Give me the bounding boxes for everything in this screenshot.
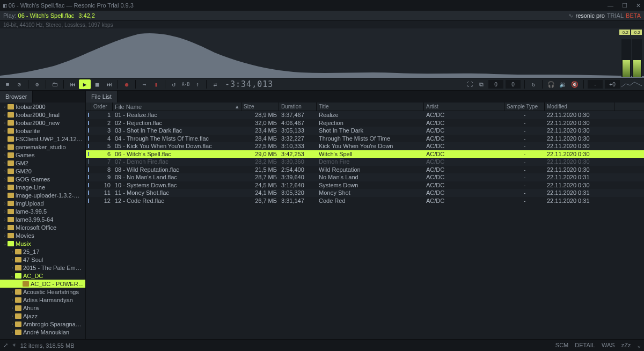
expand-toggle-icon[interactable]: › xyxy=(2,152,8,158)
repeat-button[interactable]: → xyxy=(139,79,150,89)
table-row[interactable]: 909 - No Man's Land.flac28,7 МБ3:39,640N… xyxy=(86,173,644,181)
time-mode-button[interactable]: ⇄ xyxy=(210,79,221,89)
expand-toggle-icon[interactable]: › xyxy=(2,233,8,238)
table-row[interactable]: 1212 - Code Red.flac26,7 МБ3:31,147Code … xyxy=(86,197,644,205)
col-order[interactable]: Order xyxy=(91,103,113,111)
minimize-button[interactable]: — xyxy=(608,2,613,9)
maximize-button[interactable]: ☐ xyxy=(622,2,627,9)
tree-item[interactable]: ⌄Musix xyxy=(0,239,85,247)
row-handle[interactable] xyxy=(86,175,91,179)
volume-mute-button[interactable]: 🔇 xyxy=(569,79,580,89)
close-button[interactable]: ✕ xyxy=(636,2,641,9)
col-artist[interactable]: Artist xyxy=(424,103,504,111)
table-row[interactable]: 808 - Wild Reputation.flac21,5 МБ2:54,40… xyxy=(86,166,644,174)
tree-item[interactable]: ›Ajazz xyxy=(0,312,85,320)
expand-toggle-icon[interactable]: ⌄ xyxy=(2,241,8,246)
tree-item[interactable]: ›Movies xyxy=(0,231,85,239)
sun-icon[interactable]: ☀ xyxy=(12,342,16,349)
tree-item[interactable]: ›Ambrogio Sparagna… xyxy=(0,320,85,328)
crop-button[interactable]: ⛶ xyxy=(464,79,475,89)
gain-b[interactable]: +0 xyxy=(605,80,620,89)
expand-toggle-icon[interactable]: › xyxy=(2,120,8,126)
undo-button[interactable]: ↺ xyxy=(169,79,179,89)
expand-toggle-icon[interactable]: › xyxy=(2,185,8,190)
row-handle[interactable] xyxy=(86,136,91,141)
waveform[interactable]: -0.2 -0.2 xyxy=(0,28,644,78)
refresh-button[interactable]: ↻ xyxy=(528,79,539,89)
num-b[interactable]: 0 xyxy=(506,80,521,89)
tree-item[interactable]: image-uploader-1.3.2-… xyxy=(0,191,85,199)
marker-button[interactable]: ▮ xyxy=(151,79,162,89)
tree-item[interactable]: ›André Manoukian xyxy=(0,328,85,336)
pin-button[interactable]: ⊙ xyxy=(14,79,25,89)
row-handle[interactable] xyxy=(86,121,91,125)
stop-button[interactable]: ■ xyxy=(92,79,103,89)
col-duration[interactable]: Duration xyxy=(279,103,317,111)
tree-item[interactable]: ›imgUpload xyxy=(0,199,85,207)
tree-item[interactable]: FSClient.UWP_1.24.12… xyxy=(0,135,85,143)
tab-browser[interactable]: Browser xyxy=(0,91,33,103)
expand-toggle-icon[interactable]: › xyxy=(10,305,15,311)
expand-toggle-icon[interactable]: › xyxy=(10,330,15,335)
tree-item[interactable]: ›lame3.99.5-64 xyxy=(0,215,85,223)
tree-item[interactable]: ›Image-Line xyxy=(0,183,85,191)
expand-toggle-icon[interactable]: › xyxy=(10,289,15,295)
record-button[interactable]: ● xyxy=(121,79,132,89)
folder-button[interactable]: 🗀 xyxy=(49,79,60,89)
expand-toggle-icon[interactable]: › xyxy=(2,201,8,206)
tree-item[interactable]: ›47 Soul xyxy=(0,255,85,264)
row-handle[interactable] xyxy=(86,159,91,164)
row-handle[interactable] xyxy=(86,113,91,117)
expand-toggle-icon[interactable]: › xyxy=(10,321,15,327)
expand-toggle-icon[interactable]: › xyxy=(2,169,8,174)
tree-item[interactable]: ›Acoustic Heartstrings xyxy=(0,288,85,296)
expand-toggle-icon[interactable]: › xyxy=(10,313,15,319)
expand-toggle-icon[interactable]: › xyxy=(10,265,15,270)
copy-button[interactable]: ⧉ xyxy=(476,79,487,89)
status-was[interactable]: WAS xyxy=(602,342,615,349)
status-detail[interactable]: DETAIL xyxy=(575,342,595,349)
col-sample-type[interactable]: Sample Type xyxy=(504,103,545,111)
table-row[interactable]: 606 - Witch's Spell.flac29,0 МБ3:42,253W… xyxy=(86,150,644,158)
tree-item[interactable]: ›foobarlite xyxy=(0,127,85,135)
col-size[interactable]: Size xyxy=(241,103,279,111)
tree-item[interactable]: AC_DC - POWER… xyxy=(0,280,85,288)
chevron-down-icon[interactable]: ⌄ xyxy=(637,342,641,349)
expand-toggle-icon[interactable]: › xyxy=(2,112,8,118)
col-filename[interactable]: File Name▴ xyxy=(113,103,241,111)
play-button[interactable]: ▶ xyxy=(79,79,91,89)
tree-item[interactable]: ›2015 - The Pale Em… xyxy=(0,264,85,272)
col-title[interactable]: Title xyxy=(317,103,424,111)
row-handle[interactable] xyxy=(86,167,91,172)
tree-item[interactable]: ⌄AC_DC xyxy=(0,272,85,280)
expand-toggle-icon[interactable]: › xyxy=(2,225,8,230)
headphones-button[interactable]: 🎧 xyxy=(546,79,557,89)
prev-button[interactable]: ⏮ xyxy=(67,79,78,89)
tree-item[interactable]: ›foobar2000_new xyxy=(0,119,85,127)
num-a[interactable]: 0 xyxy=(488,80,503,89)
ab-button[interactable]: A-B xyxy=(180,79,191,89)
table-row[interactable]: 1010 - Systems Down.flac24,5 МБ3:12,640S… xyxy=(86,181,644,189)
tree-item[interactable]: ›GM20 xyxy=(0,167,85,175)
expand-toggle-icon[interactable]: › xyxy=(2,160,8,166)
expand-toggle-icon[interactable]: › xyxy=(10,257,15,262)
tab-filelist[interactable]: File List xyxy=(86,91,118,103)
tree-item[interactable]: ›Ahura xyxy=(0,304,85,312)
menu-button[interactable]: ≡ xyxy=(2,79,13,89)
row-handle[interactable] xyxy=(86,199,91,203)
gain-a[interactable]: - xyxy=(588,80,603,89)
up-button[interactable]: ↑ xyxy=(192,79,203,89)
expand-toggle-icon[interactable]: › xyxy=(2,128,8,134)
expand-toggle-icon[interactable]: › xyxy=(2,209,8,214)
table-row[interactable]: 101 - Realize.flac28,9 МБ3:37,467Realize… xyxy=(86,111,644,119)
expand-toggle-icon[interactable]: ⌄ xyxy=(10,273,15,279)
table-row[interactable]: 505 - Kick You When You're Down.flac22,5… xyxy=(86,142,644,150)
row-handle[interactable] xyxy=(86,144,91,148)
row-handle[interactable] xyxy=(86,183,91,187)
tree-item[interactable]: ›lame-3.99.5 xyxy=(0,207,85,215)
expand-toggle-icon[interactable]: › xyxy=(2,177,8,182)
expand-toggle-icon[interactable]: › xyxy=(10,297,15,303)
table-row[interactable]: 303 - Shot In The Dark.flac23,4 МБ3:05,1… xyxy=(86,127,644,135)
tree-item[interactable]: ›Adiss Harmandyan xyxy=(0,296,85,304)
row-handle[interactable] xyxy=(86,191,91,195)
